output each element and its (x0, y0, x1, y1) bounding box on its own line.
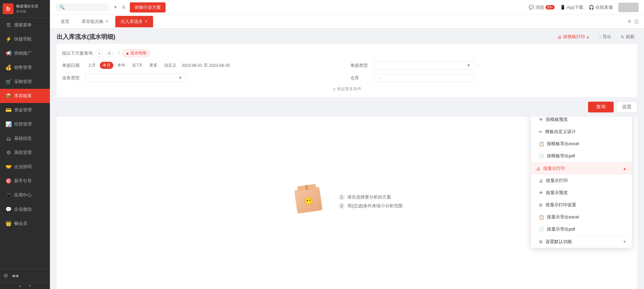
sidebar-item-label: 营销推广 (14, 50, 32, 56)
sidebar-item-system[interactable]: ⚙ 系统管理 (0, 146, 50, 160)
sidebar-item-wechat[interactable]: 💬 企业微信 (0, 202, 50, 216)
printer-icon: 🖨 (557, 34, 562, 40)
app-download-button[interactable]: 📱 App下载 (560, 4, 583, 10)
search-dropdown-icon[interactable]: ▼ (113, 5, 118, 10)
online-service-button[interactable]: 🎧 在线客服 (589, 4, 613, 10)
date-this-month[interactable]: 本月 (100, 62, 113, 69)
sidebar-item-basics[interactable]: 🗂 基础信息 (0, 131, 50, 146)
template-excel-icon: 📋 (539, 141, 544, 147)
warehouse-label: 仓库 (350, 75, 371, 81)
sales-icon: 💰 (5, 64, 11, 71)
empty-step-2: 2 用[过滤]条件来缩小分析范围 (339, 203, 402, 209)
display-print-section[interactable]: 🖨 按显示打印 ▲ (531, 162, 632, 175)
query-area: 查询 设置 (50, 101, 644, 117)
doc-type-dropdown[interactable]: ▼ (373, 61, 474, 70)
query-button[interactable]: 查询 (588, 102, 614, 112)
sidebar-item-enterprise[interactable]: 🤝 企业协同 (0, 160, 50, 174)
section-arrow-icon: ▲ (623, 166, 626, 170)
biz-type-filter-field: 业务类型 ▼ (62, 74, 344, 82)
search-input[interactable] (67, 5, 100, 10)
collapse-more-button[interactable]: ∧ 收起更多条件 (62, 86, 632, 92)
collapse-icon: ∧ (333, 87, 336, 91)
template-custom-item[interactable]: ✏ 模板自定义设计 (531, 126, 632, 138)
sidebar-item-guide[interactable]: 🎯 新手引导 (0, 174, 50, 188)
sidebar-item-inventory[interactable]: 📦 库存核算 (0, 89, 50, 103)
biz-type-dropdown[interactable]: ▼ (85, 74, 186, 82)
sidebar-footer: ⚙ ◀◀ (0, 269, 50, 282)
display-excel-icon: 📋 (539, 215, 544, 220)
sidebar-item-label: 新手引导 (14, 178, 32, 184)
scroll-down-icon[interactable]: ▼ (28, 284, 32, 288)
date-last-7days[interactable]: 近7天 (129, 62, 145, 69)
tab-home[interactable]: 首页 (55, 16, 75, 27)
refresh-icon: ↻ (621, 34, 624, 40)
warehouse-dropdown[interactable]: ··· (373, 74, 474, 82)
set-default-item[interactable]: ⚙ 设置默认功能 ▼ (531, 236, 632, 248)
filter-header: 按以下方案查询 + ⚙ 《 ● 流水明细 (62, 49, 632, 57)
tab-inventory-flow[interactable]: 出入库流水 ✕ (115, 16, 153, 27)
sidebar-item-purchase[interactable]: 🛒 采购管理 (0, 75, 50, 89)
template-export-pdf-item[interactable]: 📄 按模板导出pdf (531, 150, 632, 162)
close-batch-tab-icon[interactable]: ✕ (106, 19, 109, 24)
topbar-gear-icon[interactable]: ⚙ (122, 5, 126, 10)
display-print-settings-item[interactable]: ⚙ 按显示打印设置 (531, 199, 632, 211)
display-print-item[interactable]: 🖨 按显示打印 (531, 175, 632, 187)
maximize-icon[interactable]: ⊡ (634, 18, 639, 25)
sidebar-item-label: 资金管理 (14, 107, 32, 113)
filter-collapse-button[interactable]: 《 (116, 50, 120, 56)
date-custom[interactable]: 自定义 (162, 62, 179, 69)
doc-type-more-icon[interactable]: ··· (477, 63, 480, 68)
page-header: 出入库流水(流水明细) 🖨 按模板打印 ▲ ↑ 导出 ↻ 刷新 (50, 28, 644, 44)
display-preview-icon: 👁 (539, 190, 543, 195)
tab-inventory-batch[interactable]: 库存批次账 ✕ (76, 16, 114, 27)
filter-panel: 按以下方案查询 + ⚙ 《 ● 流水明细 单据日期 上月 本月 本年 近7天 (57, 44, 637, 97)
filter-row-2: 业务类型 ▼ 仓库 ··· (62, 74, 632, 82)
template-export-excel-item[interactable]: 📋 按模板导出excel (531, 138, 632, 150)
guide-icon: 🎯 (5, 178, 11, 184)
filter-settings-button[interactable]: ⚙ (106, 50, 113, 57)
tabs-bar: 首页 库存批次账 ✕ 出入库流水 ✕ ✕ ⊡ (50, 15, 644, 28)
date-this-year[interactable]: 本年 (115, 62, 128, 69)
display-preview-item[interactable]: 👁 按显示预览 (531, 187, 632, 199)
sidebar-item-quick-nav[interactable]: ⚡ 快捷导航 (0, 32, 50, 46)
sidebar-item-label: 企业微信 (14, 206, 32, 212)
minimize-icon[interactable]: ✕ (627, 18, 632, 25)
enterprise-icon: 🤝 (5, 164, 11, 170)
default-icon: ⚙ (539, 239, 543, 244)
template-preview-item[interactable]: 👁 按模板预览 (531, 117, 632, 126)
warehouse-more-icon[interactable]: ··· (378, 76, 382, 80)
empty-steps: 1 请先选择要分析的方案 2 用[过滤]条件来缩小分析范围 (339, 194, 402, 212)
filter-add-button[interactable]: + (95, 50, 103, 57)
collapse-icon[interactable]: ◀◀ (11, 273, 18, 278)
user-avatar[interactable] (618, 3, 639, 12)
sidebar-item-operations[interactable]: 📊 经营管理 (0, 117, 50, 131)
sidebar-item-search-menu[interactable]: ☰ 搜索菜单 (0, 18, 50, 32)
print-template-button[interactable]: 🖨 按模板打印 ▲ (555, 32, 592, 41)
quick-nav-icon: ⚡ (5, 36, 11, 42)
industry-solution-button[interactable]: 体验行业方案 (130, 2, 166, 12)
sidebar-item-label: 应用中心 (14, 192, 32, 198)
topbar-search-box[interactable]: 🔍 (55, 3, 109, 11)
date-last-month[interactable]: 上月 (85, 62, 98, 69)
scroll-up-icon[interactable]: ▲ (18, 284, 22, 288)
sidebar-item-marketing[interactable]: 📢 营销推广 (0, 46, 50, 60)
export-button[interactable]: ↑ 导出 (596, 32, 614, 41)
display-export-excel-item[interactable]: 📋 按显示导出excel (531, 211, 632, 223)
filter-tag-icon: ● (126, 51, 129, 56)
date-more[interactable]: 更多 (147, 62, 160, 69)
settings-icon[interactable]: ⚙ (3, 272, 8, 279)
topbar: 🔍 ▼ ⚙ 体验行业方案 💬 消息 99+ 📱 App下载 🎧 在线客服 (50, 0, 644, 15)
sidebar-item-apps[interactable]: 📱 应用中心 (0, 188, 50, 202)
message-button[interactable]: 💬 消息 99+ (529, 4, 555, 10)
settings-button[interactable]: 设置 (616, 101, 637, 113)
filter-tag[interactable]: ● 流水明细 (122, 49, 150, 57)
close-flow-tab-icon[interactable]: ✕ (145, 19, 148, 24)
refresh-button[interactable]: ↻ 刷新 (618, 32, 637, 41)
sidebar-item-finance[interactable]: 💳 资金管理 (0, 103, 50, 117)
sidebar-item-sales[interactable]: 💰 销售管理 (0, 60, 50, 75)
template-pdf-icon: 📄 (539, 154, 544, 159)
empty-illustration: 😶 (291, 183, 325, 217)
step-2-number: 2 (339, 203, 345, 209)
sidebar-item-members[interactable]: 👑 畅会员 (0, 216, 50, 231)
display-export-pdf-item[interactable]: 📄 按显示导出pdf (531, 223, 632, 235)
